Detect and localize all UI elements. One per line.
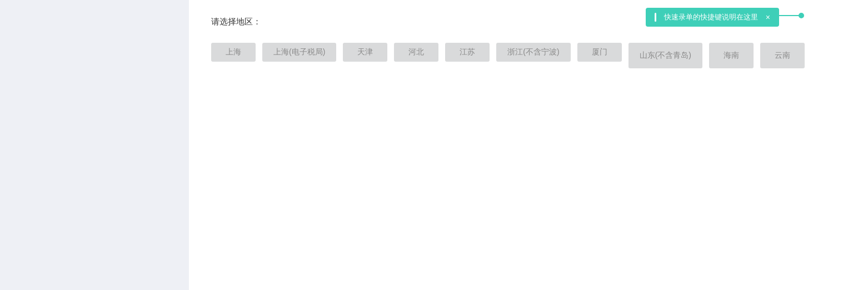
region-btn-shanghai[interactable]: 上海	[211, 43, 256, 62]
region-btn-hainan[interactable]: 海南	[709, 43, 754, 68]
region-btn-xiamen[interactable]: 厦门	[577, 43, 622, 62]
sidebar	[0, 0, 189, 290]
region-btn-shanghai-etax[interactable]: 上海(电子税局)	[262, 43, 336, 62]
region-btn-jiangsu[interactable]: 江苏	[445, 43, 490, 62]
connector-line	[779, 15, 801, 16]
main-content: 请选择地区： 上海上海(电子税局)天津河北江苏浙江(不含宁波)厦门山东(不含青岛…	[189, 0, 868, 290]
region-btn-zhejiang[interactable]: 浙江(不含宁波)	[496, 43, 570, 62]
region-btn-yunnan[interactable]: 云南	[760, 43, 805, 68]
region-btn-tianjin[interactable]: 天津	[343, 43, 387, 62]
tooltip-close-button[interactable]: ×	[766, 13, 770, 22]
tooltip-banner: 快速录单的快捷键说明在这里 ×	[646, 8, 779, 27]
tooltip-text: 快速录单的快捷键说明在这里	[664, 12, 758, 22]
region-buttons-container: 上海上海(电子税局)天津河北江苏浙江(不含宁波)厦门山东(不含青岛)海南云南	[211, 43, 846, 68]
dot-indicator	[799, 13, 804, 18]
region-btn-hebei[interactable]: 河北	[394, 43, 438, 62]
region-btn-shandong[interactable]: 山东(不含青岛)	[628, 43, 702, 68]
